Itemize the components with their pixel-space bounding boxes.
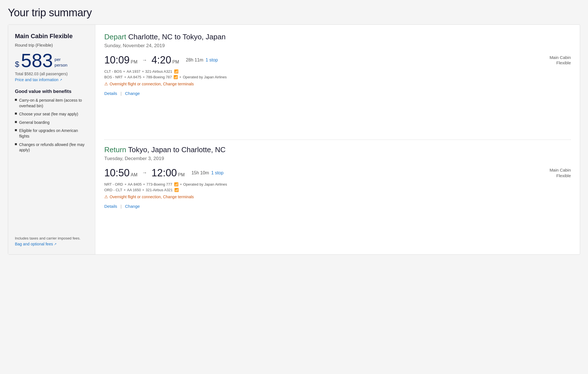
seg1-route: CLT - BOS bbox=[104, 69, 122, 74]
arrive-time: 4:20 bbox=[151, 54, 171, 66]
return-details-link[interactable]: Details bbox=[104, 204, 117, 209]
dot-separator bbox=[123, 71, 125, 72]
ret-seg2-airline: AA 1650 bbox=[127, 188, 141, 192]
round-trip-label: Round trip (Flexible) bbox=[15, 43, 88, 47]
depart-route-text: Charlotte, NC to Tokyo, Japan bbox=[128, 33, 225, 41]
cabin-class-label: Main CabinFlexible bbox=[549, 55, 571, 66]
bullet-icon bbox=[15, 113, 17, 115]
depart-details-link[interactable]: Details bbox=[104, 91, 117, 96]
seg2-airline: AA 8475 bbox=[128, 75, 141, 79]
depart-label: Depart bbox=[104, 33, 126, 41]
depart-ampm: PM bbox=[131, 60, 137, 65]
return-section: Return Tokyo, Japan to Charlotte, NC Tue… bbox=[104, 145, 571, 247]
depart-links-row: Details | Change bbox=[104, 91, 571, 96]
return-duration-stop: 15h 10m 1 stop bbox=[191, 170, 223, 175]
return-duration-text: 15h 10m bbox=[191, 170, 209, 175]
duration-stop: 28h 11m 1 stop bbox=[186, 58, 218, 63]
list-item: Choose your seat (fee may apply) bbox=[15, 111, 88, 117]
list-item: Eligible for upgrades on American flight… bbox=[15, 128, 88, 139]
arrow-icon: → bbox=[142, 170, 147, 176]
dot-separator bbox=[180, 76, 181, 78]
return-segment2: ORD - CLT AA 1650 321-Airbus A321 📶 bbox=[104, 188, 571, 192]
dollar-sign: $ bbox=[15, 60, 19, 69]
list-item: General boarding bbox=[15, 120, 88, 126]
dot-separator bbox=[125, 184, 126, 185]
wifi-icon: 📶 bbox=[174, 182, 178, 186]
section-divider bbox=[104, 140, 571, 140]
return-date: Tuesday, December 3, 2019 bbox=[104, 156, 571, 161]
dot-separator bbox=[143, 76, 144, 78]
benefits-list: Carry-on & personal item (access to over… bbox=[15, 98, 88, 153]
return-segment1: NRT - ORD AA 8405 773-Boeing 777 📶 Opera… bbox=[104, 182, 571, 186]
seg2-operated: Operated by Japan Airlines bbox=[183, 75, 227, 79]
depart-header: Depart Charlotte, NC to Tokyo, Japan bbox=[104, 33, 571, 41]
per-person-label: perperson bbox=[55, 57, 67, 68]
ret-seg2-route: ORD - CLT bbox=[104, 188, 122, 192]
return-detail-rows: NRT - ORD AA 8405 773-Boeing 777 📶 Opera… bbox=[104, 182, 571, 192]
return-cabin-class-label: Main CabinFlexible bbox=[549, 167, 571, 178]
return-arrive-time-block: 12:00 PM bbox=[151, 167, 185, 179]
cabin-title: Main Cabin Flexible bbox=[15, 33, 88, 40]
return-warning-text: Overnight flight or connection, Change t… bbox=[110, 195, 194, 199]
return-route-text: Tokyo, Japan to Charlotte, NC bbox=[128, 145, 226, 154]
price-row: $ 583 perperson bbox=[15, 51, 88, 70]
depart-date: Sunday, November 24, 2019 bbox=[104, 43, 571, 49]
depart-warning: ⚠ Overnight flight or connection, Change… bbox=[104, 81, 571, 86]
bullet-icon bbox=[15, 143, 17, 145]
price-tax-link[interactable]: Price and tax information ↗ bbox=[15, 77, 62, 82]
ret-seg2-aircraft: 321-Airbus A321 bbox=[146, 188, 173, 192]
dot-separator bbox=[125, 76, 126, 78]
return-stops-link[interactable]: 1 stop bbox=[211, 170, 223, 175]
price-amount: 583 bbox=[21, 51, 53, 70]
return-depart-ampm: AM bbox=[131, 172, 137, 177]
arrive-time-block: 4:20 PM bbox=[151, 54, 179, 66]
bag-fees-link[interactable]: Bag and optional fees ↗ bbox=[15, 242, 56, 246]
return-times-row: 10:50 AM → 12:00 PM 15h 10m 1 stop Main … bbox=[104, 167, 571, 179]
list-item: Changes or refunds allowed (fee may appl… bbox=[15, 142, 88, 153]
bullet-icon bbox=[15, 121, 17, 123]
wifi-icon: 📶 bbox=[173, 75, 178, 79]
dot-separator bbox=[180, 184, 182, 185]
seg1-aircraft: 321-Airbus A321 bbox=[145, 69, 172, 74]
external-link-icon: ↗ bbox=[54, 242, 56, 246]
depart-time: 10:09 bbox=[104, 54, 130, 66]
dot-separator bbox=[142, 71, 144, 72]
warning-text: Overnight flight or connection, Change t… bbox=[110, 82, 194, 86]
depart-segment1: CLT - BOS AA 1937 321-Airbus A321 📶 bbox=[104, 69, 571, 74]
return-header: Return Tokyo, Japan to Charlotte, NC bbox=[104, 145, 571, 154]
depart-time-block: 10:09 PM bbox=[104, 54, 137, 66]
wifi-icon: 📶 bbox=[174, 69, 178, 74]
duration-text: 28h 11m bbox=[186, 58, 203, 63]
ret-seg1-operated: Operated by Japan Airlines bbox=[183, 182, 227, 186]
depart-change-link[interactable]: Change bbox=[125, 91, 140, 96]
arrow-icon: → bbox=[142, 57, 147, 63]
dot-separator bbox=[143, 189, 144, 191]
return-depart-time: 10:50 bbox=[104, 167, 130, 179]
stops-link[interactable]: 1 stop bbox=[205, 58, 218, 63]
ret-seg1-airline: AA 8405 bbox=[128, 182, 142, 186]
bullet-icon bbox=[15, 99, 17, 101]
return-links-row: Details | Change bbox=[104, 204, 571, 209]
good-value-title: Good value with benefits bbox=[15, 89, 88, 94]
ret-seg1-aircraft: 773-Boeing 777 bbox=[146, 182, 172, 186]
total-price: Total $582.03 (all passengers) bbox=[15, 72, 88, 76]
list-item: Carry-on & personal item (access to over… bbox=[15, 98, 88, 109]
depart-detail-rows: CLT - BOS AA 1937 321-Airbus A321 📶 BOS … bbox=[104, 69, 571, 79]
dot-separator bbox=[124, 189, 125, 191]
pipe-separator: | bbox=[121, 204, 122, 209]
external-link-icon: ↗ bbox=[60, 78, 62, 82]
return-warning: ⚠ Overnight flight or connection, Change… bbox=[104, 194, 571, 199]
depart-segment2: BOS - NRT AA 8475 789-Boeing 787 📶 Opera… bbox=[104, 75, 571, 79]
includes-text: Includes taxes and carrier imposed fees. bbox=[15, 236, 88, 240]
left-panel: Main Cabin Flexible Round trip (Flexible… bbox=[8, 25, 95, 254]
return-label: Return bbox=[104, 145, 126, 154]
warning-icon: ⚠ bbox=[104, 81, 108, 86]
arrive-ampm: PM bbox=[172, 60, 179, 65]
seg2-route: BOS - NRT bbox=[104, 75, 123, 79]
ret-seg1-route: NRT - ORD bbox=[104, 182, 123, 186]
dot-separator bbox=[143, 184, 145, 185]
return-depart-time-block: 10:50 AM bbox=[104, 167, 137, 179]
seg1-airline: AA 1937 bbox=[126, 69, 140, 74]
return-change-link[interactable]: Change bbox=[125, 204, 140, 209]
page-title: Your trip summary bbox=[8, 7, 580, 19]
